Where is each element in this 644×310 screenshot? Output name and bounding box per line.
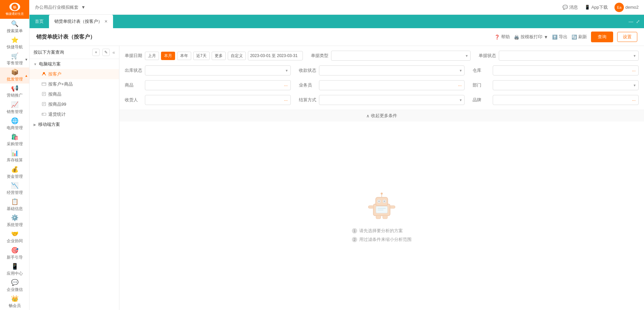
sidebar-item-search[interactable]: 🔍 搜索菜单 [0,19,30,35]
date-btn-this-year[interactable]: 本年 [177,52,191,60]
sidebar-item-wechat-label: 企业微信 [7,287,23,293]
empty-tips: 1 请先选择要分析的方案 2 用过滤条件来缩小分析范围 [352,228,412,243]
sidebar-item-system[interactable]: ⚙️ 系统管理 [0,213,30,229]
marketing-icon: 📢 [11,85,18,92]
sidebar-item-purchase[interactable]: 🛍️ 采购管理 [0,132,30,148]
receiver-input[interactable] [148,98,283,103]
settlement-select[interactable] [319,95,465,105]
account-title: 办公用品行业模拟账套 [35,4,78,10]
sidebar-item-wholesale-label: 批发管理 [7,76,23,82]
svg-point-11 [378,201,380,202]
avatar: Ea [614,3,624,12]
salesperson-field: 业务员 ··· [299,80,465,90]
edit-icon: ✎ [104,50,108,55]
tab-close-icon[interactable]: ✕ [104,19,108,24]
receipt-status-field: 收款状态 ▼ [299,65,465,75]
template-print-btn[interactable]: 🖨️ 按模板打印 ▼ [514,34,548,40]
tree-desktop-group[interactable]: ▼ 电脑端方案 [30,59,119,69]
export-btn[interactable]: ⬆️ 导出 [552,34,568,40]
collapse-bar[interactable]: ∧ 收起更多条件 [119,110,644,121]
settings-button[interactable]: 设置 [617,32,637,42]
sidebar-item-retail[interactable]: 🛒 零售管理 ▼ [0,51,30,67]
user-menu[interactable]: Ea demo2 [614,3,639,12]
svg-rect-19 [376,206,387,213]
warehouse-input[interactable] [496,68,631,73]
svg-rect-16 [383,215,387,219]
goods-dots-btn[interactable]: ··· [284,83,288,88]
warehouse-dots-btn[interactable]: ··· [632,68,636,73]
tab-maximize-icon[interactable]: ⤢ [636,19,640,24]
add-scheme-btn[interactable]: + [92,49,100,56]
date-btn-more[interactable]: 更多 [212,52,226,60]
page-content: 销货单统计表（按客户） ❓ 帮助 🖨️ 按模板打印 ▼ ⬆️ 导出 🔄 刷新 [30,28,644,310]
date-btn-7days[interactable]: 近7天 [193,52,210,60]
salesperson-dots-btn[interactable]: ··· [458,83,462,88]
sidebar-item-newbie[interactable]: 🎯 新手引导 [0,245,30,261]
message-icon: 💬 [562,5,568,10]
salesperson-label: 业务员 [299,82,316,88]
salesperson-input[interactable] [322,83,457,88]
brand-dots-btn[interactable]: ··· [632,98,636,103]
account-dropdown-icon[interactable]: ▼ [81,5,86,10]
order-type-select[interactable] [331,51,471,61]
sidebar-item-basic-info[interactable]: 📋 基础信息 [0,197,30,213]
sidebar-item-wechat[interactable]: 💬 企业微信 [0,278,30,294]
app-download-btn[interactable]: 📱 App下载 [585,4,608,10]
date-btn-last-month[interactable]: 上月 [145,52,159,60]
tree-item-by-goods[interactable]: 按商品 [30,89,119,99]
sidebar-item-ecommerce[interactable]: 🌐 电商管理 [0,116,30,132]
out-status-select[interactable] [145,65,291,75]
sidebar-item-sales-mgmt[interactable]: 📈 销售管理 [0,100,30,116]
sidebar-item-operations[interactable]: 📉 经营管理 [0,180,30,197]
empty-tip-2: 2 用过滤条件来缩小分析范围 [352,237,412,243]
receiver-field: 收货人 ··· [125,95,291,105]
sidebar-item-quick-nav[interactable]: ⭐ 快捷导航 [0,35,30,51]
add-icon: + [95,50,97,55]
search-icon: 🔍 [11,20,18,28]
department-select[interactable] [493,80,639,90]
tab-bar-actions: — ⤢ [629,19,644,24]
messages-btn[interactable]: 💬 消息 [562,4,578,10]
refresh-btn[interactable]: 🔄 刷新 [572,34,587,40]
tree-item-by-goods-99[interactable]: 按商品99 [30,99,119,109]
order-status-select[interactable] [499,51,639,61]
date-range-input[interactable] [248,51,303,60]
receiver-dots-btn[interactable]: ··· [284,98,288,103]
tree-item-by-customer[interactable]: 按客户 [30,69,119,79]
out-status-select-wrap: ▼ [145,65,291,75]
sidebar-item-app-center[interactable]: 📱 应用中心 [0,261,30,277]
edit-scheme-btn[interactable]: ✎ [102,49,110,56]
date-btn-this-month[interactable]: 本月 [161,52,175,60]
warehouse-field: 仓库 ··· [473,65,639,75]
receipt-status-label: 收款状态 [299,67,316,73]
goods-input[interactable] [148,83,283,88]
sidebar-item-wholesale[interactable]: 📦 批发管理 ▲ [0,67,30,84]
warehouse-input-wrap: ··· [493,65,639,75]
tree-item-by-customer-goods[interactable]: 按客户+商品 [30,79,119,89]
sidebar-item-marketing[interactable]: 📢 营销推广 [0,84,30,100]
finance-icon: 💰 [11,166,18,173]
page-header: 销货单统计表（按客户） ❓ 帮助 🖨️ 按模板打印 ▼ ⬆️ 导出 🔄 刷新 [30,28,644,46]
date-btn-custom[interactable]: 自定义 [228,52,246,60]
tip-num-1: 1 [352,228,357,234]
receipt-status-select[interactable] [319,65,465,75]
tab-minimize-icon[interactable]: — [629,19,633,24]
sidebar-item-inventory[interactable]: 📊 库存核算 [0,148,30,164]
tree-item-return-stats[interactable]: 退货统计 [30,109,119,119]
sidebar-item-member[interactable]: 👑 畅会员 [0,294,30,310]
top-header: 办公用品行业模拟账套 ▼ 💬 消息 📱 App下载 Ea demo2 [30,0,644,15]
sidebar-item-enterprise[interactable]: 🤝 企业协同 [0,229,30,245]
wholesale-icon: 📦 [11,68,18,76]
tree-return-stats-label: 退货统计 [48,111,66,117]
panel-collapse-btn[interactable]: « [112,50,115,55]
brand-input[interactable] [496,98,631,103]
sidebar-item-finance[interactable]: 💰 资金管理 [0,164,30,180]
header-right: 💬 消息 📱 App下载 Ea demo2 [562,3,639,12]
tab-sales-stats[interactable]: 销货单统计表（按客户） ✕ [49,15,113,28]
tree-mobile-group[interactable]: ▶ 移动端方案 [30,119,119,130]
tab-home[interactable]: 首页 [30,15,49,28]
help-btn[interactable]: ❓ 帮助 [494,34,510,40]
sidebar-item-purchase-label: 采购管理 [7,141,23,147]
svg-rect-18 [390,206,395,208]
query-button[interactable]: 查询 [591,32,613,42]
